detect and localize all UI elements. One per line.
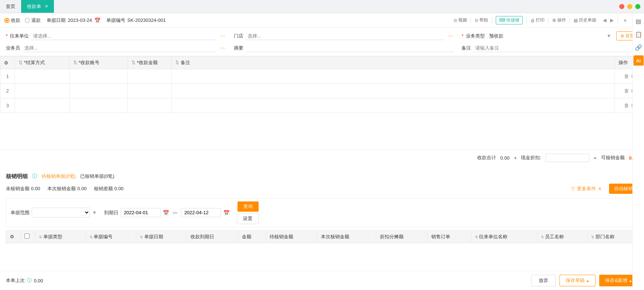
row-3-delete-icon[interactable]: 🗑 <box>624 102 629 109</box>
summary-input[interactable] <box>246 44 455 52</box>
print-action[interactable]: 🖨 打印 <box>530 17 545 23</box>
radio-receipt-dot <box>4 18 9 23</box>
divider-2 <box>492 17 492 23</box>
gear-icon-2: ⚙ <box>620 34 624 39</box>
row-1-account[interactable] <box>70 69 128 84</box>
row-1-delete-icon[interactable]: 🗑 <box>624 73 629 79</box>
abandon-btn[interactable]: 放弃 <box>531 275 556 286</box>
win-min-btn[interactable] <box>627 4 632 9</box>
radio-receipt[interactable]: 收款 <box>4 17 20 24</box>
col-bill-date-header: ⇅ 单据日期 <box>136 230 187 243</box>
col-gear-header[interactable]: ⚙ <box>6 230 21 243</box>
sort-icon-bt6[interactable]: ⇅ <box>591 235 594 239</box>
col-discount-header: 折扣分摊额 <box>376 230 428 243</box>
col-counterparty-header: ⇅ 往来单位名称 <box>471 230 537 243</box>
select-all-checkbox[interactable] <box>24 234 30 239</box>
sidebar-clipboard-icon[interactable]: 📋 <box>633 29 644 39</box>
sort-icon-4[interactable]: ⇅ <box>175 60 179 65</box>
sort-icon-bt1[interactable]: ⇅ <box>39 235 42 239</box>
business-type-arrow[interactable]: ▼ <box>606 33 611 39</box>
list-layout-icon[interactable]: ≡ <box>621 17 629 23</box>
radio-refund[interactable]: 退款 <box>25 17 41 24</box>
col-employee-header: ⇅ 员工名称 <box>537 230 588 243</box>
sort-icon-bt5[interactable]: ⇅ <box>541 235 544 239</box>
store-input[interactable] <box>246 32 444 40</box>
row-3-account[interactable] <box>70 98 128 113</box>
row-2-delete-icon[interactable]: 🗑 <box>624 88 629 94</box>
table-header-row: ⚙ ⇅ *结算方式 ⇅ *收款账号 ⇅ *收款金额 ⇅ <box>0 56 644 69</box>
from-calendar-icon[interactable]: 📅 <box>163 210 169 216</box>
operation-action[interactable]: ⚙ 操作 <box>552 17 566 23</box>
col-checkbox-header[interactable] <box>21 230 35 243</box>
row-2-amount[interactable] <box>128 84 172 98</box>
row-2-remark[interactable] <box>172 84 615 98</box>
save-new-label: 保存&新增 <box>605 277 627 284</box>
more-conditions[interactable]: ▽ 更多条件 ∧ <box>571 185 602 192</box>
tab-close-icon[interactable]: ✕ <box>45 4 48 9</box>
row-2-account[interactable] <box>70 84 128 98</box>
calendar-icon[interactable]: 📅 <box>94 17 101 23</box>
due-date-to[interactable] <box>181 208 221 217</box>
sort-icon-1[interactable]: ⇅ <box>19 60 23 65</box>
win-max-btn[interactable] <box>635 4 640 9</box>
salesperson-input[interactable] <box>22 44 216 52</box>
col-settings-header[interactable]: ⚙ <box>0 56 15 69</box>
tab-receipt[interactable]: 收款单 ✕ <box>21 0 54 13</box>
top-toolbar: 收款 退款 单据日期 2023-03-24 📅 单据编号 SK-20230324… <box>0 13 644 28</box>
range-select[interactable] <box>32 208 90 218</box>
row-3-settlement[interactable] <box>15 98 70 113</box>
stats-row: 未核销金额 0.00 本次核销金额 0.00 核销差额 0.00 ▽ 更多条件 … <box>6 184 638 194</box>
sort-icon-2[interactable]: ⇅ <box>73 60 77 65</box>
row-1-remark[interactable] <box>172 69 615 84</box>
to-calendar-icon[interactable]: 📅 <box>223 210 229 216</box>
operation-icon: ⚙ <box>552 18 556 23</box>
save-draft-btn[interactable]: 保存草稿 ▲ <box>559 275 596 286</box>
col-account-header: ⇅ *收款账号 <box>70 56 128 69</box>
discount-input[interactable] <box>546 154 589 162</box>
sidebar-ai-icon[interactable]: Ai <box>633 55 644 66</box>
main-container: 收款 退款 单据日期 2023-03-24 📅 单据编号 SK-20230324… <box>0 13 644 290</box>
row-num-1: 1 <box>0 69 15 84</box>
win-close-btn[interactable] <box>619 4 624 9</box>
divider-3 <box>526 17 527 23</box>
unverified-amount: 未核销金额 0.00 <box>6 185 40 192</box>
tab-bar: 首页 收款单 ✕ <box>0 0 644 13</box>
available-label: 可核销金额 <box>601 154 625 161</box>
shortcut-btn[interactable]: ⌨ 快捷键 <box>496 16 523 24</box>
row-2-settlement[interactable] <box>15 84 70 98</box>
sidebar-link-icon[interactable]: 🔗 <box>633 42 644 52</box>
sort-icon-bt4[interactable]: ⇅ <box>475 235 478 239</box>
table-row: 1 🗑 ⧉ <box>0 69 644 84</box>
counterparty-more-btn[interactable]: ··· <box>219 33 226 39</box>
sort-icon-bt3[interactable]: ⇅ <box>140 235 143 239</box>
tab-home[interactable]: 首页 <box>0 0 21 13</box>
table-row: 3 🗑 ⧉ <box>0 98 644 113</box>
salesperson-label: 业务员 <box>6 45 20 51</box>
note-input[interactable] <box>473 44 638 52</box>
help-action[interactable]: ⊙ 帮助 <box>475 17 488 23</box>
sort-icon-bt2[interactable]: ⇅ <box>90 235 93 239</box>
filter-settings-btn[interactable]: 设置 <box>237 213 259 224</box>
sort-icon-3[interactable]: ⇅ <box>131 60 136 65</box>
store-more-btn[interactable]: ··· <box>447 33 454 39</box>
row-1-settlement[interactable] <box>15 69 70 84</box>
sidebar-table-icon[interactable]: ▤ <box>633 16 644 26</box>
due-date-label: 到期日 <box>104 209 118 216</box>
receipt-label: 收款单 <box>27 3 41 10</box>
nav-next-icon[interactable]: ▶ <box>610 17 614 23</box>
video-action[interactable]: ⊙ 视频 <box>453 17 467 23</box>
info-icon[interactable]: ⓘ <box>32 173 37 180</box>
query-btn[interactable]: 查询 <box>237 201 259 212</box>
history-action[interactable]: ▤ 历史单据 <box>574 17 596 23</box>
row-3-remark[interactable] <box>172 98 615 113</box>
home-label: 首页 <box>6 3 15 10</box>
row-3-amount[interactable] <box>128 98 172 113</box>
due-date-from[interactable] <box>121 208 161 217</box>
completed-tab[interactable]: 已核销单据(0笔) <box>80 173 114 180</box>
salesperson-more-btn[interactable]: ··· <box>219 45 226 51</box>
pending-tab[interactable]: 待核销单据(0笔) <box>42 173 76 180</box>
row-1-amount[interactable] <box>128 69 172 84</box>
nav-prev-icon[interactable]: ◀ <box>603 17 606 23</box>
counterparty-input[interactable] <box>31 32 216 40</box>
shortcut-icon: ⌨ <box>499 17 505 23</box>
